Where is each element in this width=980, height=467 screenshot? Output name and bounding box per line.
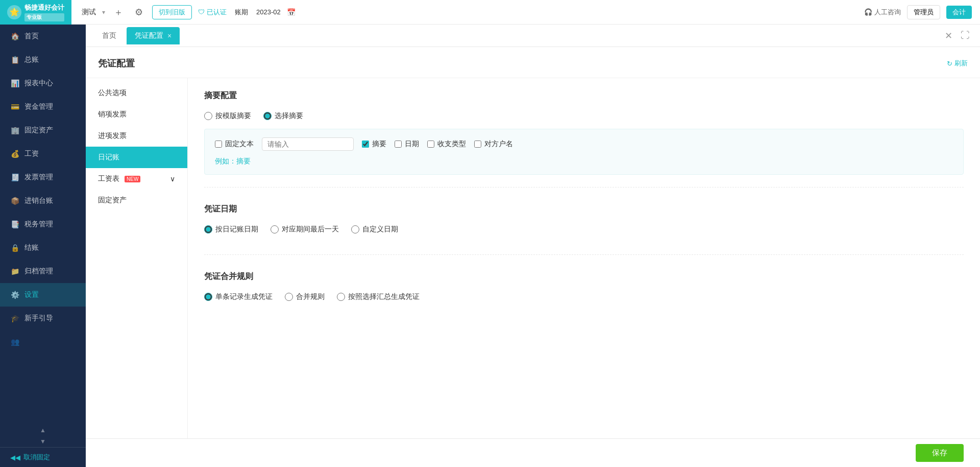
topbar-right-area: 🎧 人工咨询 管理员 会计: [864, 5, 972, 19]
bottom-bar: 保存: [86, 438, 980, 467]
left-nav-journal[interactable]: 日记账: [86, 147, 187, 168]
sidebar-item-trading[interactable]: 📦 进销台账: [0, 189, 86, 213]
home-icon: 🏠: [10, 32, 19, 41]
sidebar-item-extra[interactable]: 👥: [0, 330, 86, 354]
left-nav-fixed-assets[interactable]: 固定资产: [86, 190, 187, 211]
report-icon: 📊: [10, 79, 19, 88]
sidebar-item-invoice[interactable]: 🧾 发票管理: [0, 166, 86, 189]
company-dropdown-icon[interactable]: ▾: [102, 9, 105, 16]
right-content: 摘要配置 按模版摘要 选择摘要: [188, 78, 980, 438]
sidebar-item-tax[interactable]: 📑 税务管理: [0, 213, 86, 236]
radio-selected-merge-label: 按照选择汇总生成凭证: [348, 292, 420, 301]
radio-period-last[interactable]: 对应期间最后一天: [271, 225, 339, 234]
counterparty-label: 对方户名: [484, 139, 513, 149]
left-nav-sales[interactable]: 销项发票: [86, 104, 187, 125]
content-area: 首页 凭证配置 × ✕ ⛶ 凭证配置 ↻ 刷新: [86, 25, 980, 467]
sidebar-label-tax: 税务管理: [24, 220, 53, 229]
radio-custom-date[interactable]: 自定义日期: [351, 225, 398, 234]
summary-label: 摘要: [372, 139, 386, 149]
tab-bar-actions: ✕ ⛶: [943, 28, 972, 43]
date-label: 日期: [405, 139, 419, 149]
checkbox-summary[interactable]: 摘要: [362, 139, 386, 149]
tab-voucher-config[interactable]: 凭证配置 ×: [127, 27, 180, 44]
radio-period-last-input[interactable]: [271, 225, 279, 233]
sidebar-label-report: 报表中心: [24, 79, 53, 88]
sidebar-item-settings[interactable]: ⚙️ 设置: [0, 283, 86, 307]
assets-icon: 🏢: [10, 126, 19, 135]
radio-merge-rules[interactable]: 合并规则: [285, 292, 325, 301]
radio-merge-rules-label: 合并规则: [296, 292, 325, 301]
radio-select-input[interactable]: [263, 112, 272, 120]
sidebar-scroll-down-arrow[interactable]: ▼: [0, 436, 86, 447]
radio-journal-date[interactable]: 按日记账日期: [204, 225, 258, 234]
radio-selected-merge-input[interactable]: [337, 293, 345, 301]
sidebar-collapse-button[interactable]: ◀◀ 取消固定: [0, 447, 86, 467]
sidebar-scroll-up-arrow[interactable]: ▲: [0, 425, 86, 436]
radio-single[interactable]: 单条记录生成凭证: [204, 292, 273, 301]
topbar: 🌟 畅捷通好会计 专业版 测试 ▾ ＋ ⚙ 切到旧版 🛡 已认证 账期 2023…: [0, 0, 980, 25]
merge-radio-group: 单条记录生成凭证 合并规则 按照选择汇总生成凭证: [204, 292, 964, 301]
checkbox-counterparty-input[interactable]: [474, 141, 481, 148]
left-nav-purchase[interactable]: 进项发票: [86, 125, 187, 147]
left-nav-payroll[interactable]: 工资表 NEW ∨: [86, 168, 187, 190]
split-layout: 公共选项 销项发票 进项发票 日记账 工资表: [86, 78, 980, 438]
headset-icon: 🎧: [864, 8, 872, 16]
radio-select[interactable]: 选择摘要: [263, 111, 303, 121]
switch-old-version-button[interactable]: 切到旧版: [152, 5, 192, 19]
period-value: 2023-02: [256, 8, 281, 16]
sidebar-label-invoice: 发票管理: [24, 173, 53, 182]
checkbox-fixed-text-input[interactable]: [215, 141, 222, 148]
checkbox-summary-input[interactable]: [362, 141, 369, 148]
left-nav-public[interactable]: 公共选项: [86, 82, 187, 104]
radio-custom-date-label: 自定义日期: [362, 225, 398, 234]
accountant-button[interactable]: 会计: [946, 6, 972, 19]
date-radio-group: 按日记账日期 对应期间最后一天 自定义日期: [204, 225, 964, 234]
summary-section: 摘要配置 按模版摘要 选择摘要: [204, 90, 964, 188]
consult-button[interactable]: 🎧 人工咨询: [864, 8, 901, 17]
sidebar-item-archive[interactable]: 📁 归档管理: [0, 260, 86, 283]
sidebar-item-assets[interactable]: 🏢 固定资产: [0, 119, 86, 142]
income-type-label: 收支类型: [437, 139, 466, 149]
sidebar-label-ledger: 总账: [24, 55, 39, 64]
checkbox-income-type-input[interactable]: [427, 141, 434, 148]
fixed-text-input[interactable]: [262, 137, 354, 151]
new-badge: NEW: [125, 176, 140, 182]
tab-home[interactable]: 首页: [94, 26, 125, 45]
refresh-button[interactable]: ↻ 刷新: [947, 59, 968, 68]
add-button[interactable]: ＋: [111, 5, 126, 19]
radio-selected-merge[interactable]: 按照选择汇总生成凭证: [337, 292, 420, 301]
page-title: 凭证配置: [98, 57, 135, 69]
summary-title: 摘要配置: [204, 90, 964, 101]
sidebar-label-home: 首页: [24, 32, 39, 41]
sidebar-item-ledger[interactable]: 📋 总账: [0, 48, 86, 72]
sidebar-item-home[interactable]: 🏠 首页: [0, 25, 86, 48]
admin-button[interactable]: 管理员: [907, 5, 940, 19]
tab-expand-icon[interactable]: ⛶: [959, 28, 972, 43]
sidebar-item-closing[interactable]: 🔒 结账: [0, 236, 86, 260]
sidebar-item-fund[interactable]: 💳 资金管理: [0, 95, 86, 119]
checkbox-date[interactable]: 日期: [395, 139, 419, 149]
sidebar-item-report[interactable]: 📊 报表中心: [0, 72, 86, 95]
radio-template-input[interactable]: [204, 112, 212, 120]
checkbox-counterparty[interactable]: 对方户名: [474, 139, 513, 149]
checkbox-date-input[interactable]: [395, 141, 402, 148]
save-button[interactable]: 保存: [916, 444, 964, 462]
checkbox-income-type[interactable]: 收支类型: [427, 139, 466, 149]
tab-close-button[interactable]: ×: [167, 32, 172, 39]
company-name: 测试: [82, 8, 96, 17]
calendar-icon[interactable]: 📅: [287, 8, 296, 16]
checkbox-fixed-text[interactable]: 固定文本: [215, 139, 254, 149]
closing-icon: 🔒: [10, 243, 19, 252]
payroll-arrow-icon: ∨: [170, 175, 175, 183]
sidebar: 🏠 首页 📋 总账 📊 报表中心 💳 资金管理 🏢 固定资产 💰 工资: [0, 25, 86, 467]
tab-close-icon[interactable]: ✕: [943, 28, 954, 43]
radio-template[interactable]: 按模版摘要: [204, 111, 251, 121]
radio-merge-rules-input[interactable]: [285, 293, 293, 301]
radio-single-input[interactable]: [204, 293, 212, 301]
settings-gear-icon[interactable]: ⚙: [132, 5, 146, 19]
sidebar-item-salary[interactable]: 💰 工资: [0, 142, 86, 166]
sidebar-item-guide[interactable]: 🎓 新手引导: [0, 307, 86, 330]
radio-journal-date-input[interactable]: [204, 225, 212, 233]
radio-custom-date-input[interactable]: [351, 225, 359, 233]
summary-radio-group: 按模版摘要 选择摘要: [204, 111, 964, 121]
